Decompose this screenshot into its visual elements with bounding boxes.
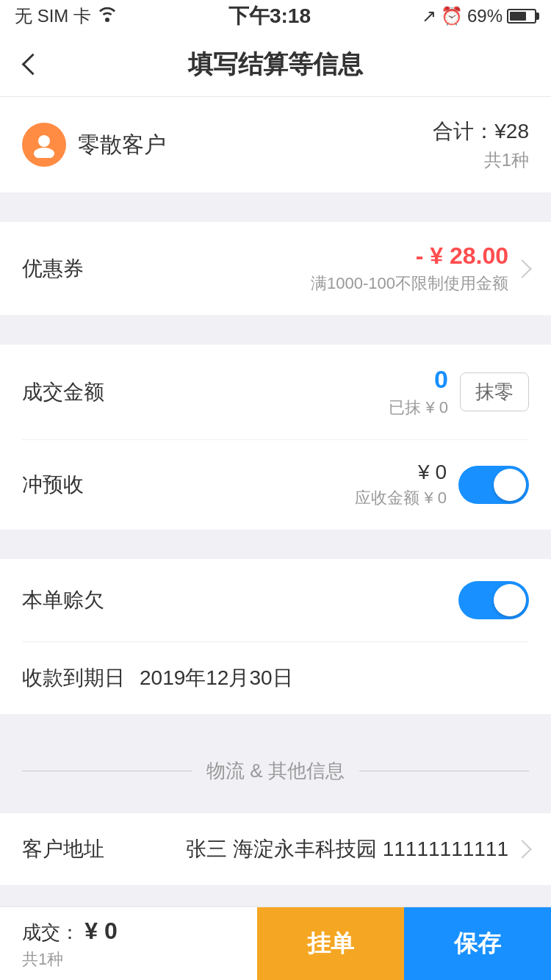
coupon-amount: - ¥ 28.00	[311, 242, 508, 270]
gap3	[0, 544, 551, 559]
page-title: 填写结算等信息	[188, 48, 363, 82]
total-count-text: 共1种	[433, 148, 529, 172]
status-bar: 无 SIM 卡 下午3:18 ↗ ⏰ 69%	[0, 0, 551, 32]
transaction-amount-inner: 0 已抹 ¥ 0	[389, 365, 448, 419]
coupon-label: 优惠券	[22, 255, 84, 283]
transaction-amount-label: 成交金额	[22, 378, 104, 406]
prepay-amount-inner: ¥ 0 应收金额 ¥ 0	[355, 461, 447, 509]
duedate-label: 收款到期日	[22, 664, 125, 692]
logistics-section: 物流 & 其他信息	[0, 743, 551, 799]
bottom-deal-amount: ¥ 0	[84, 918, 117, 944]
customer-left: 零散客户	[22, 123, 166, 167]
gap1	[0, 207, 551, 222]
duedate-value: 2019年12月30日	[140, 664, 293, 692]
prepay-row: 冲预收 ¥ 0 应收金额 ¥ 0	[22, 439, 529, 530]
customer-section: 零散客户 合计：¥28 共1种	[0, 97, 551, 192]
battery-icon	[507, 9, 536, 24]
debt-toggle[interactable]	[458, 581, 529, 619]
coupon-chevron-icon	[513, 259, 531, 278]
bottom-deal-label: 成交：	[22, 921, 79, 943]
prepay-right: ¥ 0 应收金额 ¥ 0	[355, 461, 529, 509]
logistics-line-left	[22, 771, 192, 771]
round-zero-button[interactable]: 抹零	[460, 372, 529, 411]
address-row[interactable]: 客户地址 张三 海淀永丰科技园 11111111111	[22, 813, 529, 885]
gap4	[0, 729, 551, 743]
bottom-deal-row: 成交： ¥ 0	[22, 918, 235, 945]
bottom-info: 成交： ¥ 0 共1种	[0, 918, 257, 970]
transaction-amount-row: 成交金额 0 已抹 ¥ 0 抹零	[22, 345, 529, 439]
transaction-amount-value: 0	[389, 365, 448, 394]
nav-bar: 填写结算等信息	[0, 32, 551, 97]
address-section: 客户地址 张三 海淀永丰科技园 11111111111	[0, 813, 551, 885]
svg-point-1	[34, 148, 54, 158]
debt-row: 本单赊欠	[22, 559, 529, 641]
save-button[interactable]: 保存	[404, 907, 551, 981]
status-time: 下午3:18	[228, 2, 311, 30]
battery-percent: 69%	[467, 6, 503, 26]
status-right: ↗ ⏰ 69%	[422, 6, 536, 26]
customer-total: 合计：¥28 共1种	[433, 118, 529, 172]
debt-section: 本单赊欠 收款到期日 2019年12月30日	[0, 559, 551, 714]
alarm-icon: ⏰	[441, 6, 463, 26]
duedate-row[interactable]: 收款到期日 2019年12月30日	[22, 641, 529, 714]
logistics-line-right	[359, 771, 529, 771]
transaction-section: 成交金额 0 已抹 ¥ 0 抹零 冲预收 ¥ 0 应收金额 ¥ 0	[0, 345, 551, 530]
hold-button[interactable]: 挂单	[257, 907, 404, 981]
customer-name: 零散客户	[78, 130, 166, 160]
coupon-desc: 满1000-100不限制使用金额	[311, 273, 508, 295]
coupon-right: - ¥ 28.00 满1000-100不限制使用金额	[311, 242, 529, 295]
gap2	[0, 330, 551, 345]
logistics-header: 物流 & 其他信息	[0, 743, 551, 799]
customer-row[interactable]: 零散客户 合计：¥28 共1种	[0, 97, 551, 192]
svg-point-0	[38, 135, 50, 147]
address-chevron-icon	[513, 840, 531, 858]
wifi-icon	[97, 6, 118, 26]
back-button[interactable]	[18, 50, 47, 79]
coupon-row[interactable]: 优惠券 - ¥ 28.00 满1000-100不限制使用金额	[0, 222, 551, 315]
prepay-amount-value: ¥ 0	[355, 461, 447, 484]
bottom-bar: 成交： ¥ 0 共1种 挂单 保存	[0, 907, 551, 980]
address-value: 张三 海淀永丰科技园 11111111111	[119, 835, 508, 863]
logistics-label: 物流 & 其他信息	[206, 758, 345, 784]
transaction-amount-right: 0 已抹 ¥ 0 抹零	[389, 365, 529, 419]
address-label: 客户地址	[22, 835, 104, 863]
carrier-text: 无 SIM 卡	[15, 4, 91, 28]
prepay-toggle[interactable]	[458, 466, 529, 504]
prepay-sub: 应收金额 ¥ 0	[355, 487, 447, 509]
coupon-section: 优惠券 - ¥ 28.00 满1000-100不限制使用金额	[0, 222, 551, 315]
debt-label: 本单赊欠	[22, 586, 104, 614]
total-amount-text: 合计：¥28	[433, 118, 529, 145]
location-icon: ↗	[422, 6, 436, 26]
transaction-amount-sub: 已抹 ¥ 0	[389, 397, 448, 419]
bottom-count: 共1种	[22, 948, 235, 970]
status-left: 无 SIM 卡	[15, 4, 118, 28]
prepay-label: 冲预收	[22, 471, 84, 499]
coupon-info: - ¥ 28.00 满1000-100不限制使用金额	[311, 242, 508, 295]
customer-avatar	[22, 123, 66, 167]
